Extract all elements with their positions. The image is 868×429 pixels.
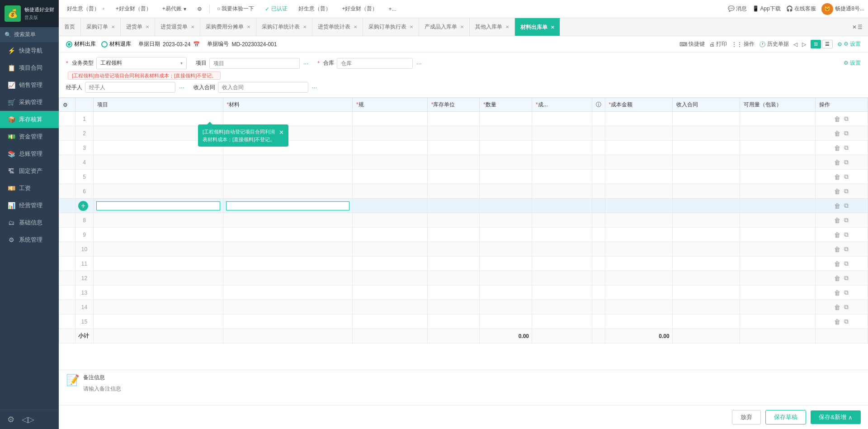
col-material-cell[interactable] — [223, 315, 353, 329]
topbar-settings-btn[interactable]: ⚙ — [193, 4, 207, 14]
biz-type-select[interactable]: 工程领料 ▾ — [96, 57, 187, 69]
copy-row-btn[interactable]: ⧉ — [843, 129, 849, 138]
tab-other-instock[interactable]: 其他入库单 ✕ — [470, 18, 515, 36]
col-cost-info-cell[interactable] — [592, 126, 605, 141]
col-spec-cell[interactable] — [353, 112, 428, 126]
col-project-cell[interactable] — [94, 170, 223, 184]
col-cost-info-cell[interactable] — [592, 141, 605, 155]
col-cost-info-cell[interactable] — [592, 257, 605, 271]
delete-row-btn[interactable]: 🗑 — [833, 245, 841, 254]
col-cost-cell[interactable] — [532, 184, 592, 199]
col-unit-cell[interactable] — [427, 126, 479, 141]
topbar-more[interactable]: +... — [384, 4, 401, 14]
tab-purchase-stats[interactable]: 采购订单统计表 ✕ — [256, 18, 312, 36]
copy-row-btn[interactable]: ⧉ — [843, 302, 849, 312]
income-contract-dots-btn[interactable]: ··· — [312, 84, 317, 91]
sidebar-item-base[interactable]: 🗂 基础信息 — [0, 214, 59, 231]
col-cost-info-cell[interactable] — [592, 155, 605, 170]
col-cost-amt-cell[interactable] — [605, 199, 672, 213]
col-qty-cell[interactable] — [480, 315, 532, 329]
col-cost-amt-cell[interactable] — [605, 141, 672, 155]
col-cost-info-cell[interactable] — [592, 170, 605, 184]
prev-btn[interactable]: ◁ — [793, 41, 797, 48]
col-cost-amt-cell[interactable] — [605, 170, 672, 184]
sidebar-collapse-btn[interactable]: ◁▷ — [22, 415, 34, 424]
col-cost-amt-cell[interactable] — [605, 286, 672, 300]
sidebar-item-system[interactable]: ⚙ 系统管理 — [0, 231, 59, 248]
col-spec-cell[interactable] — [353, 257, 428, 271]
delete-row-btn[interactable]: 🗑 — [833, 143, 841, 153]
delete-row-btn[interactable]: 🗑 — [833, 288, 841, 297]
col-cost-amt-cell[interactable] — [605, 257, 672, 271]
col-unit-cell[interactable] — [427, 242, 479, 257]
sidebar-item-finance[interactable]: 💵 资金管理 — [0, 128, 59, 145]
topbar-experience[interactable]: ○ 我要体验一下 — [212, 3, 259, 14]
col-cost-cell[interactable] — [532, 271, 592, 286]
col-unit-cell[interactable] — [427, 141, 479, 155]
calendar-icon[interactable]: 📅 — [193, 41, 200, 48]
tab-product-instock[interactable]: 产成品入库单 ✕ — [419, 18, 470, 36]
col-material-cell[interactable] — [223, 213, 353, 228]
tab-purchase-exec[interactable]: 采购订单执行表 ✕ — [363, 18, 419, 36]
next-btn[interactable]: ▷ — [802, 41, 806, 48]
col-avail-cell[interactable] — [740, 213, 815, 228]
col-project-cell[interactable] — [94, 300, 223, 315]
col-cost-amt-cell[interactable] — [605, 315, 672, 329]
tab-close-icon[interactable]: ✕ — [247, 24, 250, 29]
online-service-btn[interactable]: 🎧 在线客服 — [786, 5, 816, 13]
col-qty-cell[interactable] — [480, 184, 532, 199]
col-contract-cell[interactable] — [672, 315, 740, 329]
col-cost-cell[interactable] — [532, 213, 592, 228]
tab-close-icon[interactable]: ✕ — [146, 24, 149, 29]
col-cost-amt-cell[interactable] — [605, 242, 672, 257]
col-material-cell[interactable] — [223, 155, 353, 170]
sidebar-item-sales[interactable]: 📈 销售管理 — [0, 76, 59, 94]
col-project-input[interactable] — [96, 201, 220, 210]
tab-material-out[interactable]: 材料出库单 ✕ — [515, 18, 560, 36]
topbar-good-biz[interactable]: 好生意（普） + — [62, 3, 109, 14]
copy-row-btn[interactable]: ⧉ — [843, 186, 849, 196]
col-material-cell[interactable] — [223, 184, 353, 199]
col-avail-cell[interactable] — [740, 257, 815, 271]
warehouse-dots-btn[interactable]: ··· — [416, 60, 422, 67]
delete-row-btn[interactable]: 🗑 — [833, 172, 841, 181]
list-view-btn[interactable]: ☰ — [822, 40, 833, 48]
sidebar-item-accounting[interactable]: 📚 总账管理 — [0, 145, 59, 162]
col-cost-amt-cell[interactable] — [605, 228, 672, 242]
agent-dots-btn[interactable]: ··· — [179, 84, 184, 91]
col-avail-cell[interactable] — [740, 112, 815, 126]
col-avail-cell[interactable] — [740, 315, 815, 329]
col-unit-cell[interactable] — [427, 112, 479, 126]
col-cost-info-cell[interactable] — [592, 315, 605, 329]
col-qty-cell[interactable] — [480, 271, 532, 286]
tab-close-icon[interactable]: ✕ — [111, 24, 115, 29]
col-cost-info-cell[interactable] — [592, 300, 605, 315]
delete-row-btn[interactable]: 🗑 — [833, 230, 841, 239]
delete-row-btn[interactable]: 🗑 — [833, 216, 841, 225]
col-avail-cell[interactable] — [740, 242, 815, 257]
col-qty-cell[interactable] — [480, 141, 532, 155]
col-project-cell[interactable] — [94, 184, 223, 199]
delete-row-btn[interactable]: 🗑 — [833, 303, 841, 312]
col-contract-cell[interactable] — [672, 170, 740, 184]
topbar-good-biz2[interactable]: 好生意（普） — [294, 3, 335, 14]
copy-row-btn[interactable]: ⧉ — [843, 172, 849, 181]
col-cost-info-cell[interactable] — [592, 271, 605, 286]
topbar-easy-agent[interactable]: +易代账 ▾ — [158, 3, 191, 14]
add-row-button[interactable]: + — [78, 201, 88, 211]
col-spec-cell[interactable] — [353, 141, 428, 155]
col-spec-cell[interactable] — [353, 300, 428, 315]
col-unit-cell[interactable] — [427, 300, 479, 315]
delete-row-btn[interactable]: 🗑 — [833, 114, 841, 124]
col-unit-cell[interactable] — [427, 315, 479, 329]
tab-purchase-order[interactable]: 采购订单 ✕ — [81, 18, 121, 36]
col-cost-amt-cell[interactable] — [605, 112, 672, 126]
tab-close-icon[interactable]: ✕ — [354, 24, 357, 29]
sidebar-item-quick-nav[interactable]: ⚡ 快捷导航 — [0, 42, 59, 59]
col-cost-info-cell[interactable] — [592, 199, 605, 213]
col-project-cell[interactable] — [94, 315, 223, 329]
col-contract-cell[interactable] — [672, 286, 740, 300]
delete-row-btn[interactable]: 🗑 — [833, 129, 841, 138]
tab-close-icon[interactable]: ✕ — [191, 24, 194, 29]
agent-input[interactable] — [85, 82, 175, 93]
